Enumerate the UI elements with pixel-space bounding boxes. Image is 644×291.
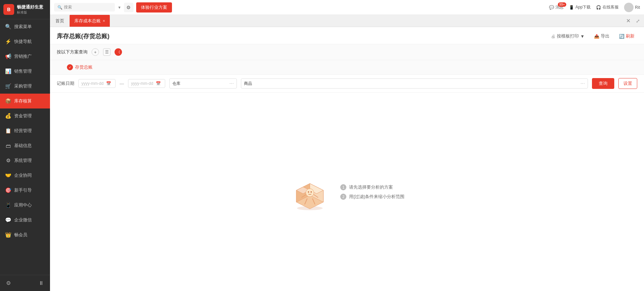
messages-button[interactable]: 💬 消息 99+ xyxy=(549,4,564,10)
date-start-input[interactable]: yyyy-mm-dd 📅 xyxy=(78,79,116,88)
purchase-icon: 🛒 xyxy=(5,83,11,90)
sidebar-nav: 🔍 搜索菜单 ⚡ 快捷导航 📢 营销推广 📊 销售管理 🛒 采购管理 📦 库存核… xyxy=(0,19,50,275)
search-placeholder: 搜索 xyxy=(64,4,72,10)
query-button[interactable]: 查询 xyxy=(592,78,614,89)
resize-button[interactable]: ⤢ xyxy=(635,17,641,25)
app-download-label: App下载 xyxy=(575,4,591,10)
date-separator: — xyxy=(120,81,124,86)
online-service-button[interactable]: 🎧 在线客服 xyxy=(596,4,619,10)
product-more-icon[interactable]: ··· xyxy=(580,80,585,87)
brand-name: 畅捷通好生意 xyxy=(17,4,43,10)
inventory-icon: 📦 xyxy=(5,98,11,104)
main-area: 🔍 搜索 ▼ ⚙ 体验行业方案 💬 消息 99+ 📱 App下载 🎧 在线客服 xyxy=(50,0,644,291)
member-icon: 👑 xyxy=(5,232,11,238)
refresh-icon: 🔄 xyxy=(619,34,624,39)
empty-tip-1: 1 请先选择要分析的方案 xyxy=(340,184,404,190)
search-icon: 🔍 xyxy=(57,5,63,10)
app-download-button[interactable]: 📱 App下载 xyxy=(569,4,591,10)
sidebar: B 畅捷通好生意 标准版 🔍 搜索菜单 ⚡ 快捷导航 📢 营销推广 📊 销售管理… xyxy=(0,0,50,291)
username: Rit xyxy=(635,5,640,10)
filter-expand-button[interactable]: 《 xyxy=(115,48,122,56)
sidebar-item-label: 营销推广 xyxy=(14,53,32,59)
topbar-chevron-icon[interactable]: ▼ xyxy=(118,5,121,9)
print-label: 按模板打印 xyxy=(557,33,579,39)
tab-home[interactable]: 首页 xyxy=(50,15,70,27)
sidebar-item-purchase[interactable]: 🛒 采购管理 xyxy=(0,79,50,94)
print-chevron-icon: ▼ xyxy=(580,34,585,39)
refresh-button[interactable]: 🔄 刷新 xyxy=(616,32,637,41)
topbar-search[interactable]: 🔍 搜索 xyxy=(54,3,115,11)
topbar-settings-button[interactable]: ⚙ xyxy=(124,3,133,12)
refresh-label: 刷新 xyxy=(626,33,635,39)
sidebar-item-enterprise[interactable]: 🤝 企业协同 xyxy=(0,168,50,183)
sidebar-item-app-center[interactable]: 📱 应用中心 xyxy=(0,198,50,213)
settings-button[interactable]: 设置 xyxy=(618,78,637,89)
sidebar-item-label: 资金管理 xyxy=(14,113,32,119)
sidebar-item-label: 新手引导 xyxy=(14,187,32,193)
sidebar-item-search-menu[interactable]: 🔍 搜索菜单 xyxy=(0,19,50,34)
empty-tip-2-text: 用[过滤]条件来缩小分析范围 xyxy=(349,194,404,200)
tabbar: 首页 库存成本总账 × ✕ ⤢ xyxy=(50,15,644,27)
sidebar-item-label: 基础信息 xyxy=(14,143,32,149)
scheme-icon: ✓ xyxy=(67,64,73,70)
page-header-actions: 🖨 按模板打印 ▼ 📤 导出 🔄 刷新 xyxy=(548,32,637,41)
print-button[interactable]: 🖨 按模板打印 ▼ xyxy=(548,32,587,41)
sidebar-item-label: 库存核算 xyxy=(14,98,32,104)
active-tab-label: 库存成本总账 xyxy=(74,18,101,24)
tab-close-button[interactable]: × xyxy=(103,19,105,23)
industry-solution-button[interactable]: 体验行业方案 xyxy=(136,2,172,13)
sidebar-item-member[interactable]: 👑 畅会员 xyxy=(0,227,50,242)
product-label: 商品 xyxy=(244,81,252,87)
sidebar-item-label: 畅会员 xyxy=(14,232,27,238)
filter-label: 按以下方案查询 xyxy=(57,49,88,55)
app-center-icon: 📱 xyxy=(5,202,11,209)
empty-state: 1 请先选择要分析的方案 2 用[过滤]条件来缩小分析范围 xyxy=(50,93,644,291)
sidebar-item-sales[interactable]: 📊 销售管理 xyxy=(0,64,50,79)
filter-add-button[interactable]: + xyxy=(92,48,99,56)
warehouse-label: 仓库 xyxy=(172,81,180,87)
date-end-input[interactable]: yyyy-mm-dd 📅 xyxy=(128,79,165,88)
sidebar-item-wechat[interactable]: 💬 企业微信 xyxy=(0,213,50,227)
avatar xyxy=(624,3,634,12)
sidebar-item-operations[interactable]: 📋 经营管理 xyxy=(0,123,50,138)
quick-nav-icon: ⚡ xyxy=(5,38,11,45)
settings-footer-btn[interactable]: ⚙ xyxy=(5,278,12,288)
date-field-label: 记账日期 xyxy=(57,80,74,87)
search-menu-icon: 🔍 xyxy=(5,23,11,30)
sidebar-item-quick-nav[interactable]: ⚡ 快捷导航 xyxy=(0,34,50,49)
operations-icon: 📋 xyxy=(5,127,11,134)
topbar-right: 💬 消息 99+ 📱 App下载 🎧 在线客服 Rit xyxy=(549,3,640,12)
empty-tips: 1 请先选择要分析的方案 2 用[过滤]条件来缩小分析范围 xyxy=(340,184,404,200)
sidebar-item-basic-info[interactable]: 🗃 基础信息 xyxy=(0,138,50,153)
tab-inventory-cost[interactable]: 库存成本总账 × xyxy=(70,15,110,27)
warehouse-more-icon[interactable]: ··· xyxy=(229,80,234,87)
enterprise-icon: 🤝 xyxy=(5,172,11,179)
brand-text: 畅捷通好生意 标准版 xyxy=(17,4,43,15)
product-select[interactable]: 商品 ··· xyxy=(241,78,588,89)
export-button[interactable]: 📤 导出 xyxy=(591,32,612,41)
close-all-tabs-button[interactable]: ✕ xyxy=(625,16,632,25)
filter-collapse-button[interactable]: ☰ xyxy=(103,48,110,56)
calendar-start-icon: 📅 xyxy=(106,81,111,86)
tabbar-actions: ✕ ⤢ xyxy=(625,16,644,25)
warehouse-select[interactable]: 仓库 ··· xyxy=(169,78,237,89)
print-icon: 🖨 xyxy=(551,34,555,39)
user-profile[interactable]: Rit xyxy=(624,3,640,12)
sidebar-item-label: 系统管理 xyxy=(14,157,32,164)
sidebar-item-guide[interactable]: 🎯 新手引导 xyxy=(0,183,50,198)
messages-badge: 99+ xyxy=(558,2,566,7)
sidebar-logo: B 畅捷通好生意 标准版 xyxy=(0,0,50,19)
sidebar-item-inventory[interactable]: 📦 库存核算 xyxy=(0,94,50,108)
tip-number-2: 2 xyxy=(340,194,346,200)
empty-illustration xyxy=(290,172,330,212)
sidebar-item-marketing[interactable]: 📢 营销推广 xyxy=(0,49,50,64)
tip-number-1: 1 xyxy=(340,184,346,190)
calendar-end-icon: 📅 xyxy=(156,81,161,86)
sidebar-item-system[interactable]: ⚙ 系统管理 xyxy=(0,153,50,168)
home-tab-label: 首页 xyxy=(55,18,64,24)
headset-icon: 🎧 xyxy=(596,5,601,10)
sidebar-item-finance[interactable]: 💰 资金管理 xyxy=(0,108,50,123)
speaker-footer-btn[interactable]: ⏸ xyxy=(37,279,45,288)
scheme-item-inventory[interactable]: ✓ 存货总账 xyxy=(64,63,96,72)
sidebar-item-label: 经营管理 xyxy=(14,128,32,134)
